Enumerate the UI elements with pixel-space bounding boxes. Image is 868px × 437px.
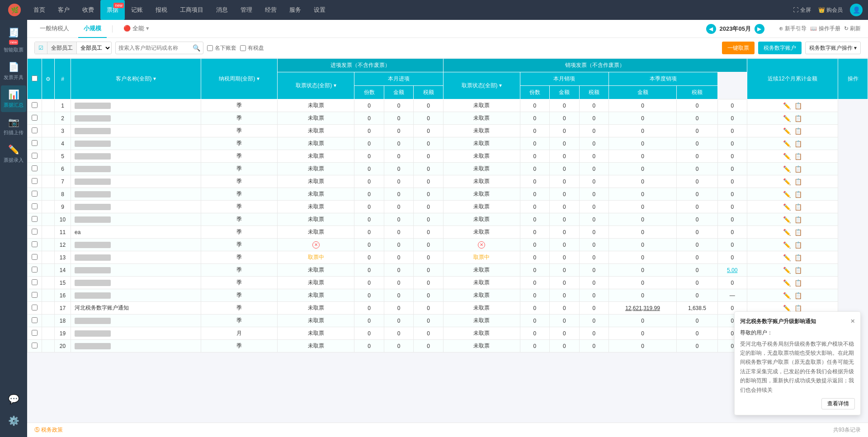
edit-btn[interactable]: ✏️ bbox=[782, 216, 792, 223]
period-prev-btn[interactable]: ◀ bbox=[706, 24, 716, 34]
employee-select-group[interactable]: ☑ 全部员工 全部员工 bbox=[34, 42, 112, 54]
row-out-status[interactable]: 未取票 bbox=[443, 163, 520, 175]
row-in-status[interactable]: 未取票 bbox=[278, 125, 354, 137]
employee-select[interactable]: 全部员工 bbox=[77, 42, 111, 54]
edit-btn[interactable]: ✏️ bbox=[782, 102, 792, 109]
row-checkbox[interactable] bbox=[32, 178, 38, 184]
row-checkbox-cell[interactable] bbox=[28, 226, 42, 239]
nav-home[interactable]: 首页 bbox=[27, 0, 52, 20]
row-checkbox-cell[interactable] bbox=[28, 315, 42, 327]
row-in-status[interactable]: 未取票 bbox=[278, 315, 354, 327]
edit-btn[interactable]: ✏️ bbox=[782, 191, 792, 198]
row-out-status[interactable]: 未取票 bbox=[443, 99, 520, 112]
row-out-status[interactable]: 未取票 bbox=[443, 137, 520, 150]
edit-btn[interactable]: ✏️ bbox=[782, 140, 792, 147]
sidebar-item-message[interactable]: 💬 bbox=[1, 390, 26, 408]
row-in-status[interactable]: 取票中 bbox=[278, 251, 354, 264]
row-in-status[interactable]: 未取票 bbox=[278, 150, 354, 163]
nav-business[interactable]: 工商项目 bbox=[174, 0, 210, 20]
select-all-checkbox[interactable] bbox=[32, 75, 38, 81]
row-out-status[interactable]: 未取票 bbox=[443, 112, 520, 125]
edit-btn[interactable]: ✏️ bbox=[782, 279, 792, 287]
row-checkbox-cell[interactable] bbox=[28, 239, 42, 251]
row-checkbox-cell[interactable] bbox=[28, 150, 42, 163]
row-checkbox-cell[interactable] bbox=[28, 302, 42, 315]
edit-btn[interactable]: ✏️ bbox=[782, 203, 792, 211]
row-out-status[interactable]: 未取票 bbox=[443, 277, 520, 289]
row-checkbox-cell[interactable] bbox=[28, 137, 42, 150]
nav-invoice[interactable]: 票据 new bbox=[100, 0, 125, 20]
row-checkbox-cell[interactable] bbox=[28, 163, 42, 175]
refresh-link[interactable]: ↻ 刷新 bbox=[844, 25, 861, 33]
search-input[interactable] bbox=[118, 45, 191, 51]
row-in-status[interactable]: 未取票 bbox=[278, 137, 354, 150]
logo[interactable]: 🌿 bbox=[5, 4, 24, 16]
copy-btn[interactable]: 📋 bbox=[793, 165, 803, 173]
sidebar-item-invoice-summary[interactable]: 📊 票据汇总 bbox=[1, 85, 26, 112]
row-out-status[interactable]: 未取票 bbox=[443, 226, 520, 239]
row-out-status[interactable]: ✕ bbox=[443, 239, 520, 251]
row-in-status[interactable]: 未取票 bbox=[278, 175, 354, 188]
row-checkbox[interactable] bbox=[32, 292, 38, 298]
row-checkbox[interactable] bbox=[32, 165, 38, 171]
nav-tax[interactable]: 报税 bbox=[149, 0, 174, 20]
row-in-status[interactable]: 未取票 bbox=[278, 302, 354, 315]
th-in-status[interactable]: 取票状态(全部) ▾ bbox=[278, 72, 354, 99]
row-checkbox[interactable] bbox=[32, 140, 38, 146]
row-out-status[interactable]: 未取票 bbox=[443, 125, 520, 137]
row-checkbox[interactable] bbox=[32, 305, 38, 310]
row-out-status[interactable]: 未取票 bbox=[443, 289, 520, 302]
row-checkbox[interactable] bbox=[32, 102, 38, 108]
checkbox-name-account-input[interactable] bbox=[207, 45, 213, 51]
row-in-status[interactable]: 未取票 bbox=[278, 226, 354, 239]
checkbox-tax-disk[interactable]: 有税盘 bbox=[240, 44, 264, 52]
nav-manage[interactable]: 管理 bbox=[234, 0, 259, 20]
row-checkbox-cell[interactable] bbox=[28, 277, 42, 289]
row-checkbox-cell[interactable] bbox=[28, 125, 42, 137]
row-out-status[interactable]: 未取票 bbox=[443, 327, 520, 340]
copy-btn[interactable]: 📋 bbox=[793, 102, 803, 109]
row-in-status[interactable]: 未取票 bbox=[278, 163, 354, 175]
tab-small-scale[interactable]: 小规模 bbox=[78, 20, 107, 38]
sidebar-item-settings[interactable]: ⚙️ bbox=[1, 412, 26, 430]
th-out-status[interactable]: 取票状态(全部) ▾ bbox=[443, 72, 520, 99]
row-out-status[interactable]: 未取票 bbox=[443, 302, 520, 315]
edit-btn[interactable]: ✏️ bbox=[782, 127, 792, 135]
row-in-status[interactable]: 未取票 bbox=[278, 112, 354, 125]
copy-btn[interactable]: 📋 bbox=[793, 140, 803, 147]
row-checkbox[interactable] bbox=[32, 229, 38, 235]
tax-digital-account-btn[interactable]: 税务数字账户 bbox=[758, 42, 802, 54]
row-checkbox-cell[interactable] bbox=[28, 99, 42, 112]
avatar[interactable]: 👤 bbox=[850, 4, 863, 16]
tax-digital-ops-btn[interactable]: 税务数字账户操作 ▾ bbox=[805, 42, 861, 54]
edit-btn[interactable]: ✏️ bbox=[782, 153, 792, 160]
row-checkbox[interactable] bbox=[32, 254, 38, 260]
row-out-status[interactable]: 未取票 bbox=[443, 150, 520, 163]
tab-general-taxpayer[interactable]: 一般纳税人 bbox=[34, 20, 75, 38]
row-out-status[interactable]: 未取票 bbox=[443, 340, 520, 352]
row-checkbox-cell[interactable] bbox=[28, 327, 42, 340]
sidebar-item-scan-upload[interactable]: 📷 扫描上传 bbox=[1, 113, 26, 140]
tab-all-capable[interactable]: 🔴 全能 ▾ bbox=[118, 20, 155, 38]
row-checkbox[interactable] bbox=[32, 191, 38, 197]
row-in-status[interactable]: ✕ bbox=[278, 239, 354, 251]
row-checkbox-cell[interactable] bbox=[28, 289, 42, 302]
edit-btn[interactable]: ✏️ bbox=[782, 305, 792, 312]
row-in-status[interactable]: 未取票 bbox=[278, 327, 354, 340]
member-btn[interactable]: 👑 购会员 bbox=[818, 6, 843, 14]
copy-btn[interactable]: 📋 bbox=[793, 292, 803, 299]
row-out-status[interactable]: 未取票 bbox=[443, 264, 520, 277]
copy-btn[interactable]: 📋 bbox=[793, 279, 803, 287]
nav-settings[interactable]: 设置 bbox=[307, 0, 332, 20]
row-in-status[interactable]: 未取票 bbox=[278, 201, 354, 213]
edit-btn[interactable]: ✏️ bbox=[782, 165, 792, 173]
copy-btn[interactable]: 📋 bbox=[793, 216, 803, 223]
row-checkbox[interactable] bbox=[32, 267, 38, 273]
nav-client[interactable]: 客户 bbox=[52, 0, 76, 20]
edit-btn[interactable]: ✏️ bbox=[782, 178, 792, 185]
edit-btn[interactable]: ✏️ bbox=[782, 254, 792, 261]
row-in-status[interactable]: 未取票 bbox=[278, 264, 354, 277]
copy-btn[interactable]: 📋 bbox=[793, 178, 803, 185]
row-in-status[interactable]: 未取票 bbox=[278, 289, 354, 302]
row-in-status[interactable]: 未取票 bbox=[278, 277, 354, 289]
